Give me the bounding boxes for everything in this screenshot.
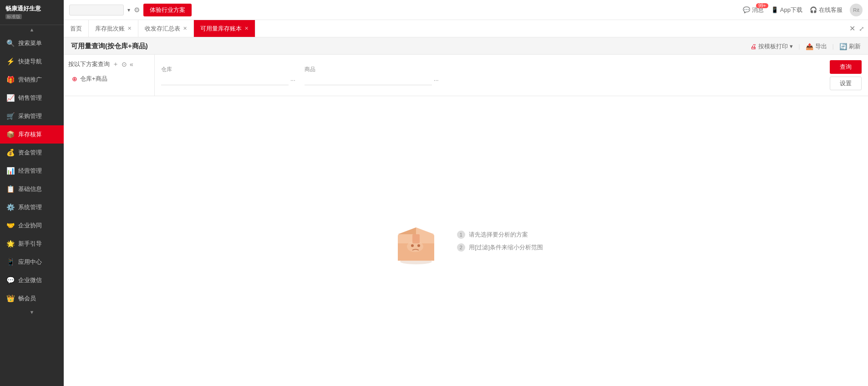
online-service-item[interactable]: 🎧 在线客服: [810, 6, 843, 14]
print-label: 按模板打印: [758, 42, 788, 51]
sidebar-label-newbie: 新手引导: [18, 240, 42, 248]
sidebar-item-basic-info[interactable]: 📋 基础信息: [0, 180, 64, 198]
topbar-dropdown-icon[interactable]: ▾: [127, 7, 130, 13]
sidebar-item-app-center[interactable]: 📱 应用中心: [0, 253, 64, 271]
add-scheme-icon[interactable]: ＋: [112, 60, 119, 68]
sidebar-label-system: 系统管理: [18, 203, 42, 211]
sidebar-item-newbie[interactable]: 🌟 新手引导: [0, 235, 64, 253]
scheme-item-warehouse-goods[interactable]: ⊕ 仓库+商品: [68, 72, 150, 86]
empty-icon: [389, 214, 443, 268]
goods-more[interactable]: ···: [434, 77, 439, 83]
export-btn[interactable]: 📤 导出: [806, 42, 827, 51]
user-avatar[interactable]: Rit: [850, 4, 863, 16]
online-service-label: 在线客服: [819, 6, 843, 14]
print-icon: 🖨: [750, 43, 756, 50]
sidebar-icon-app-center: 📱: [6, 258, 15, 266]
tab-1[interactable]: 库存批次账✕: [89, 20, 138, 37]
sidebar-label-enterprise: 企业协同: [18, 221, 42, 230]
sidebar-item-shortcut[interactable]: ⚡ 快捷导航: [0, 52, 64, 71]
empty-hint-2: 2 用[过滤]条件来缩小分析范围: [457, 243, 543, 252]
message-badge: 99+: [756, 3, 768, 8]
sidebar-icon-system: ⚙️: [6, 203, 15, 211]
svg-point-7: [417, 244, 420, 247]
user-name: Rit: [853, 7, 859, 13]
warehouse-input[interactable]: [161, 75, 289, 85]
message-item[interactable]: 💬 消息 99+: [743, 6, 764, 14]
sidebar-label-app-center: 应用中心: [18, 258, 42, 266]
refresh-btn[interactable]: 🔄 刷新: [839, 42, 861, 51]
empty-hints: 1 请先选择要分析的方案 2 用[过滤]条件来缩小分析范围: [457, 231, 543, 252]
print-dropdown-icon[interactable]: ▾: [790, 43, 793, 50]
tabs-bar: 首页库存批次账✕收发存汇总表✕可用量库存账本✕ ✕ ⤢: [64, 20, 868, 37]
tab-label-0: 首页: [70, 25, 82, 33]
svg-point-6: [411, 244, 414, 247]
sidebar-label-basic-info: 基础信息: [18, 185, 42, 193]
svg-marker-3: [416, 227, 434, 234]
goods-field: 商品 ···: [305, 66, 439, 85]
sidebar-scroll-down[interactable]: ▼: [0, 308, 64, 317]
sidebar-icon-enterprise: 🤝: [6, 221, 15, 230]
sidebar-item-inventory[interactable]: 📦 库存核算: [0, 125, 64, 144]
empty-state: 1 请先选择要分析的方案 2 用[过滤]条件来缩小分析范围: [64, 96, 868, 386]
settings-button[interactable]: 设置: [830, 77, 862, 90]
hint-num-2: 2: [457, 243, 465, 252]
collapse-scheme-icon[interactable]: «: [130, 61, 133, 68]
warehouse-label: 仓库: [161, 66, 295, 73]
content-area: 按以下方案查询 ＋ ⊙ « ⊕ 仓库+商品 仓库 ···: [64, 55, 868, 386]
edit-scheme-icon[interactable]: ⊙: [122, 61, 127, 68]
query-button[interactable]: 查询: [830, 60, 862, 74]
expand-tab-icon[interactable]: ⤢: [859, 25, 864, 32]
sidebar-icon-vip: 👑: [6, 294, 15, 303]
print-btn[interactable]: 🖨 按模板打印 ▾: [750, 42, 793, 51]
tab-3[interactable]: 可用量库存账本✕: [194, 20, 255, 37]
goods-label: 商品: [305, 66, 439, 73]
tab-0[interactable]: 首页: [64, 20, 89, 37]
sidebar-icon-inventory: 📦: [6, 130, 15, 139]
tab-close-2[interactable]: ✕: [183, 26, 187, 31]
sidebar-item-system[interactable]: ⚙️ 系统管理: [0, 198, 64, 216]
svg-marker-2: [398, 227, 416, 234]
filter-fields: 仓库 ··· 商品 ··· 查询 设置: [155, 55, 868, 96]
sidebar-label-shortcut: 快捷导航: [18, 57, 42, 66]
sidebar-icon-basic-info: 📋: [6, 185, 15, 193]
tab-2[interactable]: 收发存汇总表✕: [138, 20, 194, 37]
hint-text-2: 用[过滤]条件来缩小分析范围: [469, 243, 543, 252]
warehouse-more[interactable]: ···: [290, 77, 295, 83]
export-icon: 📤: [806, 43, 813, 50]
refresh-icon: 🔄: [839, 43, 847, 50]
tab-close-3[interactable]: ✕: [244, 26, 249, 31]
sidebar-item-enterprise-wechat[interactable]: 💬 企业微信: [0, 271, 64, 289]
sidebar-item-enterprise[interactable]: 🤝 企业协同: [0, 216, 64, 235]
filter-actions: 查询 设置: [830, 60, 862, 90]
sidebar-icon-finance: 💰: [6, 149, 15, 157]
sidebar-item-finance[interactable]: 💰 资金管理: [0, 144, 64, 162]
topbar-gear-icon[interactable]: ⚙: [134, 6, 140, 14]
topbar: ▾ ⚙ 体验行业方案 💬 消息 99+ 📱 App下载 🎧 在线客服 Rit: [64, 0, 868, 20]
sidebar-logo: 畅康通好生意 标准版: [0, 0, 64, 25]
sidebar-item-marketing-promo[interactable]: 🎁 营销推广: [0, 71, 64, 89]
hint-num-1: 1: [457, 231, 465, 239]
sidebar-item-sales[interactable]: 📈 销售管理: [0, 89, 64, 107]
sidebar-scroll-up[interactable]: ▲: [0, 25, 64, 34]
experience-btn[interactable]: 体验行业方案: [143, 4, 192, 16]
sidebar-item-purchase[interactable]: 🛒 采购管理: [0, 107, 64, 125]
sidebar-item-search[interactable]: 🔍 搜索菜单: [0, 34, 64, 52]
filter-scheme-panel: 按以下方案查询 ＋ ⊙ « ⊕ 仓库+商品: [64, 55, 155, 96]
page-header: 可用量查询(按仓库+商品) 🖨 按模板打印 ▾ | 📤 导出 | 🔄 刷新: [64, 37, 868, 55]
sidebar-nav: ▲ 🔍 搜索菜单 ⚡ 快捷导航 🎁 营销推广 📈 销售管理 🛒 采购管理 📦 库…: [0, 25, 64, 386]
tabs-bar-end: ✕ ⤢: [846, 24, 868, 33]
divider2: |: [832, 43, 834, 50]
sidebar-item-vip[interactable]: 👑 畅会员: [0, 289, 64, 308]
sidebar-icon-newbie: 🌟: [6, 240, 15, 248]
tab-close-1[interactable]: ✕: [127, 26, 132, 31]
goods-input[interactable]: [305, 75, 432, 85]
filter-panel-label: 按以下方案查询: [68, 60, 110, 68]
app-download-item[interactable]: 📱 App下载: [771, 6, 802, 14]
filter-scheme-header: 按以下方案查询 ＋ ⊙ «: [68, 60, 150, 68]
scheme-icon: ⊕: [72, 75, 77, 82]
sidebar-label-finance: 资金管理: [18, 149, 42, 157]
topbar-search-input[interactable]: [69, 5, 124, 15]
sidebar-item-operation[interactable]: 📊 经营管理: [0, 162, 64, 180]
version-badge: 标准版: [5, 14, 22, 19]
close-all-tabs-icon[interactable]: ✕: [849, 24, 855, 33]
